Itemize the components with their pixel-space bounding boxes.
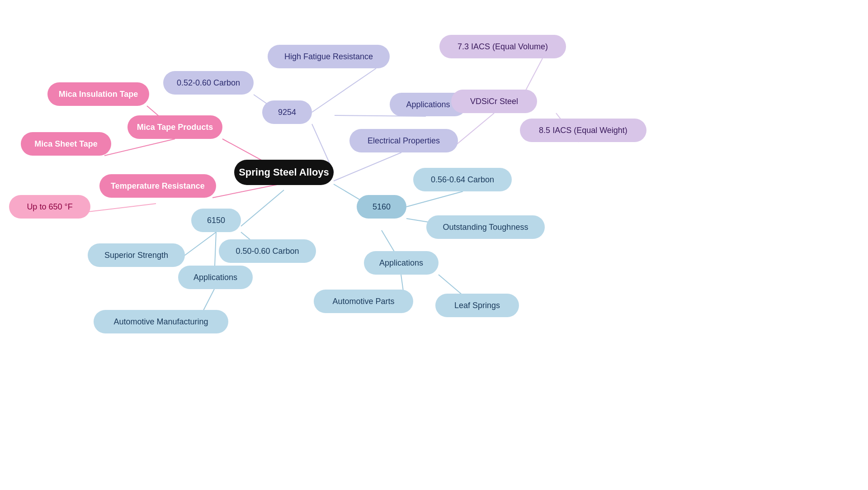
node-vdsiCr: VDSiCr Steel [451,90,537,113]
node-052-carbon: 0.52-0.60 Carbon [163,71,254,95]
node-6150: 6150 [191,209,241,232]
node-auto-parts: Automotive Parts [314,290,413,313]
node-056-carbon: 0.56-0.64 Carbon [413,168,512,191]
svg-line-19 [406,191,463,207]
node-73-iacs: 7.3 IACS (Equal Volume) [439,35,566,58]
svg-line-1 [312,68,376,112]
node-elec-prop: Electrical Properties [349,129,458,152]
node-85-iacs: 8.5 IACS (Equal Weight) [520,119,646,142]
node-outstanding-toughness: Outstanding Toughness [426,215,545,239]
svg-line-5 [453,113,494,147]
node-high-fatigue: High Fatigue Resistance [268,45,390,68]
svg-line-13 [241,190,284,226]
node-up-650: Up to 650 °F [9,195,90,219]
node-050-carbon: 0.50-0.60 Carbon [219,239,316,263]
node-temp-resistance: Temperature Resistance [99,174,216,198]
svg-line-11 [212,183,284,198]
node-leaf-springs: Leaf Springs [435,294,519,317]
node-apps-5160: Applications [364,251,439,275]
node-auto-mfg: Automotive Manufacturing [94,310,228,333]
node-apps-6150: Applications [178,266,253,289]
node-9254: 9254 [262,100,312,124]
node-superior-strength: Superior Strength [88,243,185,267]
center-node: Spring Steel Alloys [234,160,334,185]
svg-line-4 [334,152,401,181]
node-mica-sheet: Mica Sheet Tape [21,132,111,156]
node-mica-tape-products: Mica Tape Products [127,115,222,139]
node-5160: 5160 [357,195,406,219]
svg-line-10 [104,139,175,156]
svg-line-12 [80,204,156,213]
svg-line-15 [181,232,216,258]
node-mica-insulation: Mica Insulation Tape [47,82,149,106]
